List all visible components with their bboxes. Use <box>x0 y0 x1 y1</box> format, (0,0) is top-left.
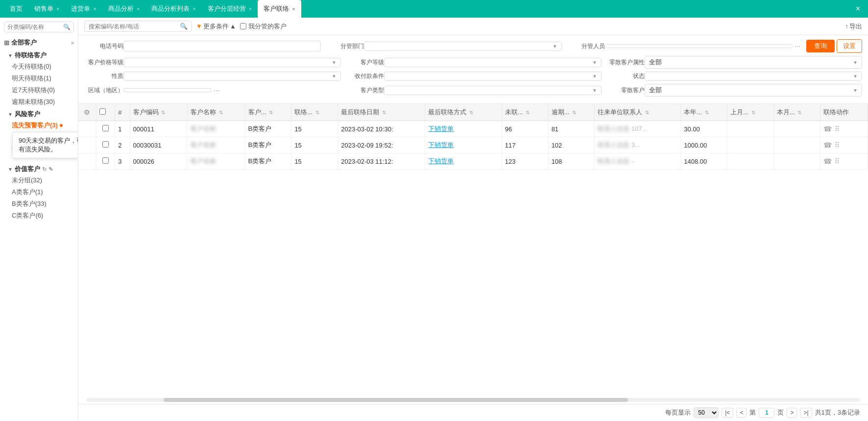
close-purchase-tab[interactable]: × <box>93 6 96 12</box>
query-button[interactable]: 查询 <box>806 40 835 52</box>
col-last-contact-date[interactable]: 最后联络日期 ⇅ <box>338 104 425 121</box>
sidebar-item-unclassified[interactable]: 未分组(32) <box>0 174 78 186</box>
scrollbar-thumb[interactable] <box>164 398 628 402</box>
tab-customer-contact[interactable]: 客户联络 × <box>258 0 301 18</box>
sidebar-item-class-c[interactable]: C类客户(6) <box>0 210 78 222</box>
col-contact[interactable]: 联络... ⇅ <box>291 104 338 121</box>
close-sales-tab[interactable]: × <box>56 6 59 12</box>
select-all-checkbox[interactable] <box>99 108 106 115</box>
page-number-input[interactable] <box>759 408 774 418</box>
all-customers-header[interactable]: ⊞ 全部客户 « <box>0 36 78 49</box>
region-more-icon[interactable]: ··· <box>212 86 221 94</box>
sort-tier-icon[interactable]: ⇅ <box>269 110 273 115</box>
settings-button[interactable]: 设置 <box>837 39 862 53</box>
col-tier[interactable]: 客户... ⇅ <box>245 104 291 121</box>
action-chat-icon-0[interactable]: ☎ <box>823 125 832 133</box>
value-refresh-icon[interactable]: ↻ <box>42 166 47 173</box>
close-product-analysis-tab[interactable]: × <box>137 6 140 12</box>
sidebar-item-today[interactable]: 今天待联络(0) <box>0 61 78 73</box>
sidebar-item-class-b[interactable]: B类客户(33) <box>0 198 78 210</box>
tab-customer-tier[interactable]: 客户分层经营 × <box>202 0 258 18</box>
sort-overdue-icon[interactable]: ⇅ <box>572 110 576 115</box>
action-chat-icon-1[interactable]: ☎ <box>823 141 832 149</box>
prev-page-button[interactable]: < <box>736 408 747 418</box>
tab-sales[interactable]: 销售单 × <box>28 0 65 18</box>
sort-last-month-icon[interactable]: ⇅ <box>751 110 755 115</box>
col-code[interactable]: 客户编码 ⇅ <box>130 104 187 121</box>
my-customer-check[interactable] <box>240 23 246 29</box>
col-name[interactable]: 客户名称 ⇅ <box>188 104 245 121</box>
action-chat-icon-2[interactable]: ☎ <box>823 157 832 165</box>
cell-checkbox-1[interactable] <box>96 137 115 153</box>
nature-select[interactable]: ▼ <box>123 72 341 81</box>
price-tier-select[interactable]: ▼ <box>123 58 341 67</box>
sort-this-month-icon[interactable]: ⇅ <box>797 110 801 115</box>
cell-method-2[interactable]: 下销货单 <box>425 153 502 170</box>
sidebar-item-churn-risk[interactable]: 流失预警客户(3) <box>0 120 78 131</box>
row-checkbox-2[interactable] <box>102 157 109 164</box>
action-more-icon-0[interactable]: ⠿ <box>835 125 840 133</box>
col-this-year[interactable]: 本年... ⇅ <box>681 104 727 121</box>
person-select[interactable] <box>605 44 793 48</box>
sidebar-search-input[interactable] <box>7 24 63 30</box>
col-overdue[interactable]: 逾期... ⇅ <box>548 104 595 121</box>
cell-checkbox-2[interactable] <box>96 153 115 170</box>
customer-type-select[interactable]: ▼ <box>384 86 602 95</box>
cell-checkbox-0[interactable] <box>96 121 115 137</box>
value-edit-icon[interactable]: ✎ <box>48 166 53 173</box>
phone-input[interactable] <box>123 41 321 51</box>
dept-select[interactable]: ▼ <box>364 42 561 51</box>
action-more-icon-1[interactable]: ⠿ <box>835 141 840 149</box>
filter-search-box[interactable]: 🔍 <box>84 21 192 32</box>
close-customer-contact-tab[interactable]: × <box>292 6 295 12</box>
close-all-button[interactable]: × <box>852 4 864 13</box>
cell-method-1[interactable]: 下销货单 <box>425 137 502 153</box>
table-settings-icon[interactable]: ⚙ <box>84 108 90 116</box>
last-page-button[interactable]: >| <box>800 408 812 418</box>
sort-contact-icon[interactable]: ⇅ <box>315 110 319 115</box>
sidebar-search-box[interactable]: 🔍 <box>4 22 74 32</box>
sidebar-item-tomorrow[interactable]: 明天待联络(1) <box>0 73 78 84</box>
collapse-sidebar-icon[interactable]: « <box>71 40 74 46</box>
per-page-select[interactable]: 50 100 200 <box>694 407 719 418</box>
sidebar-item-class-a[interactable]: A类客户(1) <box>0 186 78 198</box>
my-customer-checkbox[interactable]: 我分管的客户 <box>240 22 287 31</box>
customer-tier-select[interactable]: ▼ <box>384 58 602 67</box>
close-customer-tier-tab[interactable]: × <box>249 6 252 12</box>
export-button[interactable]: ↑ 导出 <box>845 22 863 31</box>
sort-code-icon[interactable]: ⇅ <box>161 110 165 115</box>
col-uncontacted[interactable]: 未联... ⇅ <box>502 104 548 121</box>
col-this-month[interactable]: 本月... ⇅ <box>773 104 820 121</box>
sort-this-year-icon[interactable]: ⇅ <box>705 110 709 115</box>
cell-method-0[interactable]: 下销货单 <box>425 121 502 137</box>
close-product-analysis-list-tab[interactable]: × <box>193 6 195 12</box>
horizontal-scrollbar[interactable] <box>86 398 860 402</box>
sidebar-item-overdue[interactable]: 逾期未联络(30) <box>0 96 78 108</box>
col-last-month[interactable]: 上月... ⇅ <box>727 104 774 121</box>
col-unit-contact[interactable]: 往来单位联系人 ⇅ <box>595 104 681 121</box>
zero-retail-attr-select[interactable]: 全部 ▼ <box>645 56 862 69</box>
col-settings[interactable]: ⚙ <box>78 104 96 121</box>
tab-home[interactable]: 首页 <box>4 0 28 18</box>
tab-purchase[interactable]: 进货单 × <box>65 0 102 18</box>
sort-name-icon[interactable]: ⇅ <box>219 110 223 115</box>
tab-product-analysis-list[interactable]: 商品分析列表 × <box>145 0 201 18</box>
sort-method-icon[interactable]: ⇅ <box>469 110 473 115</box>
more-conditions-button[interactable]: ▼ 更多条件 ▲ <box>196 22 236 31</box>
col-last-contact-method[interactable]: 最后联络方式 ⇅ <box>425 104 502 121</box>
region-select[interactable] <box>123 88 212 92</box>
sidebar-item-week[interactable]: 近7天待联络(0) <box>0 84 78 96</box>
sort-unit-contact-icon[interactable]: ⇅ <box>645 110 649 115</box>
sort-last-date-icon[interactable]: ⇅ <box>382 110 386 115</box>
row-checkbox-0[interactable] <box>102 125 109 131</box>
filter-search-icon[interactable]: 🔍 <box>180 23 188 30</box>
status-select[interactable]: ▼ <box>645 72 862 81</box>
next-page-button[interactable]: > <box>787 408 797 418</box>
tab-product-analysis[interactable]: 商品分析 × <box>102 0 145 18</box>
action-more-icon-2[interactable]: ⠿ <box>835 157 840 165</box>
row-checkbox-1[interactable] <box>102 141 109 148</box>
sort-uncontacted-icon[interactable]: ⇅ <box>526 110 530 115</box>
person-more-icon[interactable]: ··· <box>793 42 802 50</box>
zero-retail-select[interactable]: 全部 ▼ <box>645 84 862 97</box>
col-checkbox[interactable] <box>96 104 115 121</box>
